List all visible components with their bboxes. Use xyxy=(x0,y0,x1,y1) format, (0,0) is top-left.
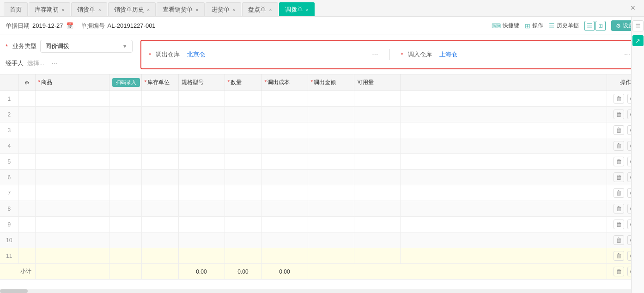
row-qty-3[interactable] xyxy=(225,122,261,138)
tab-purchase-close[interactable]: × xyxy=(232,7,235,12)
row-product-4[interactable] xyxy=(35,138,109,154)
row-amount-4[interactable] xyxy=(308,138,354,154)
row-spec-1[interactable] xyxy=(178,91,225,107)
row-spec-6[interactable] xyxy=(178,170,225,185)
row-cost-9[interactable] xyxy=(261,217,308,232)
row-amount-5[interactable] xyxy=(308,154,354,170)
row-avail-5[interactable] xyxy=(354,154,400,170)
row-amount-10[interactable] xyxy=(308,232,354,248)
layout-grid-button[interactable]: ⊞ xyxy=(595,21,606,31)
row-product-11[interactable] xyxy=(35,248,109,264)
row-unit-11[interactable] xyxy=(141,248,178,264)
row-cost-4[interactable] xyxy=(261,138,308,154)
row-product-8[interactable] xyxy=(35,201,109,217)
calendar-icon[interactable]: 📅 xyxy=(66,22,73,29)
history-button[interactable]: ☰ 历史单据 xyxy=(549,22,579,30)
row-product-7[interactable] xyxy=(35,185,109,201)
row-qty-4[interactable] xyxy=(225,138,261,154)
row-avail-11[interactable] xyxy=(354,248,400,264)
row-avail-8[interactable] xyxy=(354,201,400,217)
tab-sales-order-close[interactable]: × xyxy=(98,7,101,12)
row-unit-6[interactable] xyxy=(141,170,178,185)
row-amount-1[interactable] xyxy=(308,91,354,107)
row-spec-2[interactable] xyxy=(178,107,225,122)
subtotal-delete[interactable]: 🗑 xyxy=(614,267,624,276)
layout-list-button[interactable]: ☰ xyxy=(584,21,595,31)
row-avail-2[interactable] xyxy=(354,107,400,122)
row-unit-9[interactable] xyxy=(141,217,178,232)
row-product-3[interactable] xyxy=(35,122,109,138)
tab-inventory-init[interactable]: 库存期初 × xyxy=(29,2,70,16)
row-product-2[interactable] xyxy=(35,107,109,122)
row-avail-7[interactable] xyxy=(354,185,400,201)
out-warehouse-more[interactable]: ··· xyxy=(372,50,378,59)
row-amount-7[interactable] xyxy=(308,185,354,201)
row-unit-7[interactable] xyxy=(141,185,178,201)
row-spec-9[interactable] xyxy=(178,217,225,232)
row-spec-10[interactable] xyxy=(178,232,225,248)
row-amount-3[interactable] xyxy=(308,122,354,138)
tab-sales-history-close[interactable]: × xyxy=(147,7,150,12)
tab-transfer[interactable]: 调拨单 × xyxy=(279,2,315,16)
row-cost-11[interactable] xyxy=(261,248,308,264)
tab-view-sales-close[interactable]: × xyxy=(195,7,198,12)
scrollbar-thumb[interactable] xyxy=(0,289,28,293)
row-delete-7[interactable]: 🗑 xyxy=(614,188,624,198)
row-delete-10[interactable]: 🗑 xyxy=(614,235,624,245)
row-amount-6[interactable] xyxy=(308,170,354,185)
row-unit-10[interactable] xyxy=(141,232,178,248)
row-unit-3[interactable] xyxy=(141,122,178,138)
row-avail-10[interactable] xyxy=(354,232,400,248)
row-delete-3[interactable]: 🗑 xyxy=(614,125,624,135)
tab-transfer-close[interactable]: × xyxy=(306,7,309,12)
tab-view-sales[interactable]: 查看销货单 × xyxy=(157,2,204,16)
row-spec-3[interactable] xyxy=(178,122,225,138)
row-delete-2[interactable]: 🗑 xyxy=(614,110,624,119)
row-product-9[interactable] xyxy=(35,217,109,232)
row-amount-2[interactable] xyxy=(308,107,354,122)
business-type-select[interactable]: 同价调拨 ▼ xyxy=(40,40,133,53)
panel-list-button[interactable]: ☰ xyxy=(632,20,644,31)
row-delete-6[interactable]: 🗑 xyxy=(614,172,624,182)
row-delete-4[interactable]: 🗑 xyxy=(614,141,624,151)
row-cost-6[interactable] xyxy=(261,170,308,185)
tab-purchase[interactable]: 进货单 × xyxy=(206,2,241,16)
row-avail-9[interactable] xyxy=(354,217,400,232)
row-spec-4[interactable] xyxy=(178,138,225,154)
row-cost-2[interactable] xyxy=(261,107,308,122)
row-cost-3[interactable] xyxy=(261,122,308,138)
row-spec-11[interactable] xyxy=(178,248,225,264)
row-amount-11[interactable] xyxy=(308,248,354,264)
row-qty-11[interactable] xyxy=(225,248,261,264)
window-close-button[interactable]: × xyxy=(626,1,640,16)
tab-stocktake-close[interactable]: × xyxy=(269,7,272,12)
row-spec-8[interactable] xyxy=(178,201,225,217)
row-unit-5[interactable] xyxy=(141,154,178,170)
row-unit-4[interactable] xyxy=(141,138,178,154)
row-amount-8[interactable] xyxy=(308,201,354,217)
row-product-6[interactable] xyxy=(35,170,109,185)
row-qty-1[interactable] xyxy=(225,91,261,107)
row-qty-8[interactable] xyxy=(225,201,261,217)
row-unit-2[interactable] xyxy=(141,107,178,122)
row-product-5[interactable] xyxy=(35,154,109,170)
row-spec-7[interactable] xyxy=(178,185,225,201)
row-avail-3[interactable] xyxy=(354,122,400,138)
row-delete-9[interactable]: 🗑 xyxy=(614,220,624,229)
row-unit-8[interactable] xyxy=(141,201,178,217)
row-qty-10[interactable] xyxy=(225,232,261,248)
row-spec-5[interactable] xyxy=(178,154,225,170)
tab-inventory-init-close[interactable]: × xyxy=(61,7,64,12)
row-amount-9[interactable] xyxy=(308,217,354,232)
row-cost-7[interactable] xyxy=(261,185,308,201)
row-cost-8[interactable] xyxy=(261,201,308,217)
row-qty-2[interactable] xyxy=(225,107,261,122)
row-qty-6[interactable] xyxy=(225,170,261,185)
col-gear-header[interactable]: ⚙ xyxy=(18,74,35,91)
horizontal-scrollbar[interactable] xyxy=(0,289,644,293)
operations-button[interactable]: ⊞ 操作 xyxy=(525,22,543,30)
row-cost-1[interactable] xyxy=(261,91,308,107)
row-delete-8[interactable]: 🗑 xyxy=(614,204,624,214)
row-product-1[interactable] xyxy=(35,91,109,107)
row-delete-5[interactable]: 🗑 xyxy=(614,157,624,166)
